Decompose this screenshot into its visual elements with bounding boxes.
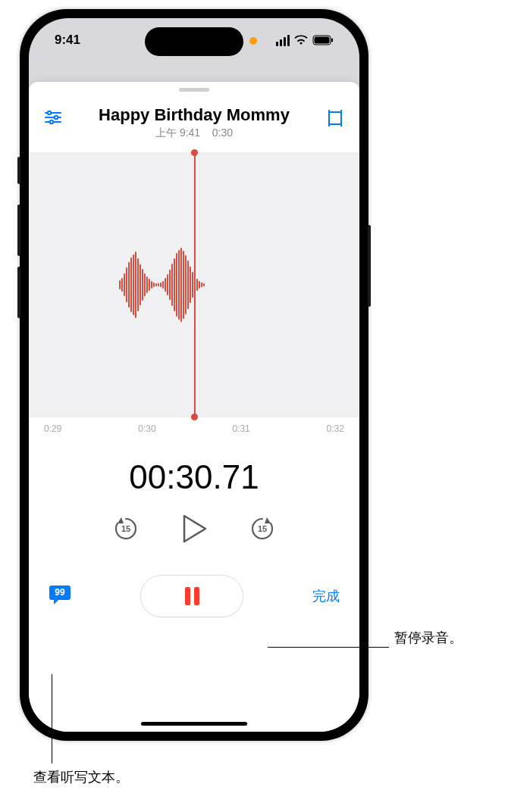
volume-up: [17, 205, 20, 256]
volume-down: [17, 267, 20, 318]
svg-point-6: [48, 111, 51, 114]
callout-pause: 暂停录音。: [394, 629, 463, 647]
recording-time-label: 上午 9:41: [155, 126, 200, 139]
callout-transcript: 查看听写文本。: [33, 768, 129, 786]
iphone-frame: 9:41 Happy Birthday Mommy: [20, 9, 368, 741]
waveform-track[interactable]: 0:29 0:30 0:31 0:32: [29, 152, 359, 417]
recording-duration-label: 0:30: [212, 126, 233, 139]
svg-rect-9: [329, 112, 341, 124]
waveform-graphic: [29, 152, 211, 417]
bottom-controls: 99 完成: [29, 575, 359, 617]
callout-line: [52, 674, 52, 764]
status-time: 9:41: [55, 33, 80, 48]
playback-controls: 15 15: [29, 514, 359, 546]
recording-sheet: Happy Birthday Mommy 上午 9:41 0:30 0:29: [29, 82, 359, 732]
pause-record-button[interactable]: [140, 575, 243, 617]
status-icons: [276, 35, 334, 46]
tick-label: 0:29: [44, 423, 61, 434]
callout-line: [268, 647, 389, 648]
skip-back-15-button[interactable]: 15: [113, 516, 139, 545]
tick-label: 0:32: [327, 423, 344, 434]
svg-rect-2: [331, 39, 333, 42]
power-button: [368, 225, 371, 307]
playhead[interactable]: [194, 152, 196, 417]
battery-icon: [312, 35, 334, 45]
done-button[interactable]: 完成: [312, 587, 340, 605]
dynamic-island: [145, 27, 243, 56]
svg-text:15: 15: [121, 524, 130, 533]
options-button[interactable]: [41, 107, 65, 131]
elapsed-timer: 00:30.71: [29, 458, 359, 496]
home-indicator[interactable]: [141, 722, 247, 726]
skip-forward-15-button[interactable]: 15: [249, 516, 275, 545]
recording-subtitle: 上午 9:41 0:30: [38, 126, 350, 140]
play-button[interactable]: [181, 514, 207, 546]
screen: 9:41 Happy Birthday Mommy: [29, 18, 359, 732]
svg-marker-13: [184, 516, 205, 542]
transcript-button[interactable]: 99: [49, 584, 71, 608]
svg-text:15: 15: [258, 524, 267, 533]
svg-point-8: [50, 120, 53, 123]
side-switch: [17, 157, 20, 184]
recording-title[interactable]: Happy Birthday Mommy: [38, 105, 350, 125]
cellular-icon: [276, 35, 290, 46]
tick-label: 0:31: [232, 423, 249, 434]
svg-text:99: 99: [55, 587, 65, 598]
trim-button[interactable]: [323, 107, 347, 133]
svg-rect-1: [315, 37, 330, 44]
time-ruler: 0:29 0:30 0:31 0:32: [29, 423, 359, 434]
pause-icon: [185, 587, 199, 605]
wifi-icon: [294, 35, 308, 45]
sheet-header: Happy Birthday Mommy 上午 9:41 0:30: [29, 92, 359, 146]
svg-point-7: [55, 116, 58, 119]
tick-label: 0:30: [138, 423, 155, 434]
